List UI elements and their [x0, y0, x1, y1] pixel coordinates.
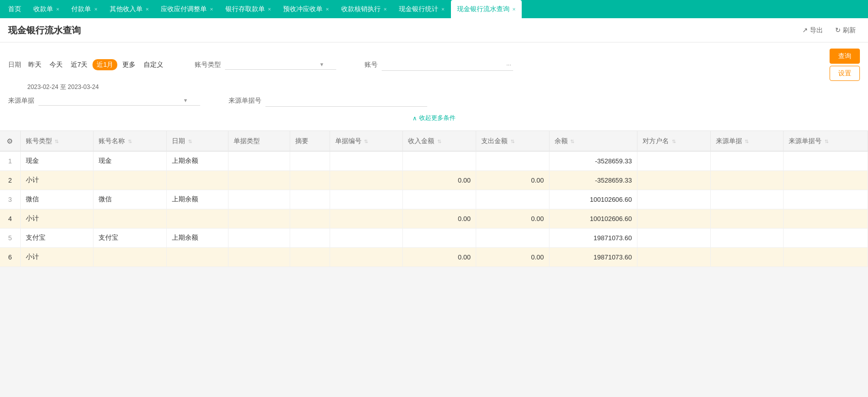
query-button[interactable]: 查询 — [830, 49, 860, 64]
data-table: ⚙ 账号类型 ⇅ 账号名称 ⇅ 日期 ⇅ 单据类型 摘要 单据编号 — [0, 131, 868, 267]
close-icon[interactable]: × — [384, 0, 387, 18]
table-header-row: ⚙ 账号类型 ⇅ 账号名称 ⇅ 日期 ⇅ 单据类型 摘要 单据编号 — [0, 131, 868, 151]
cell-counterpart — [637, 228, 710, 247]
sort-icon[interactable]: ⇅ — [128, 139, 132, 144]
account-type-select[interactable]: ▼ — [225, 60, 336, 70]
cell-source-doc-no — [784, 209, 868, 228]
close-icon[interactable]: × — [146, 0, 149, 18]
source-doc-filter: 来源单据 ▼ — [8, 96, 200, 106]
nav-home[interactable]: 首页 — [2, 0, 27, 18]
cell-account-type: 小计 — [20, 247, 94, 267]
date-opt-today[interactable]: 今天 — [47, 59, 66, 70]
nav-advance[interactable]: 预收冲应收单 × — [277, 0, 335, 18]
account-more-icon[interactable]: ··· — [506, 61, 511, 68]
source-doc-no-input[interactable] — [267, 97, 425, 104]
row-number: 4 — [0, 209, 20, 228]
close-icon[interactable]: × — [268, 0, 271, 18]
cell-doc-type — [229, 209, 290, 228]
close-icon[interactable]: × — [513, 0, 516, 18]
col-gear[interactable]: ⚙ — [0, 131, 20, 151]
export-button[interactable]: ↗ 导出 — [798, 24, 827, 37]
cell-account-name — [94, 170, 167, 190]
cell-source-doc — [710, 209, 784, 228]
date-opt-1month[interactable]: 近1月 — [93, 59, 117, 70]
table-row[interactable]: 4小计0.000.00100102606.60 — [0, 209, 868, 228]
date-label: 日期 — [8, 60, 21, 69]
cell-account-name: 微信 — [94, 190, 167, 209]
sort-icon[interactable]: ⇅ — [825, 139, 829, 144]
cell-expense: 0.00 — [476, 170, 550, 190]
close-icon[interactable]: × — [441, 0, 444, 18]
chevron-down-icon: ▼ — [319, 62, 325, 67]
date-opt-yesterday[interactable]: 昨天 — [25, 59, 44, 70]
collapse-bar[interactable]: ∧ 收起更多条件 — [8, 112, 860, 124]
table-row[interactable]: 5支付宝支付宝上期余额19871073.60 — [0, 228, 868, 247]
cell-doc-type — [229, 151, 290, 170]
sort-icon[interactable]: ⇅ — [364, 139, 368, 144]
table-row[interactable]: 3微信微信上期余额100102606.60 — [0, 190, 868, 209]
nav-bank-deposit[interactable]: 银行存取款单 × — [219, 0, 277, 18]
sort-icon[interactable]: ⇅ — [511, 139, 515, 144]
cell-income: 0.00 — [403, 247, 476, 267]
account-type-label: 账号类型 — [195, 60, 221, 69]
cell-counterpart — [637, 209, 710, 228]
row-number: 6 — [0, 247, 20, 267]
cell-balance: 100102606.60 — [549, 209, 637, 228]
cell-balance: 19871073.60 — [549, 247, 637, 267]
table-row[interactable]: 1现金现金上期余额-3528659.33 — [0, 151, 868, 170]
date-opt-7days[interactable]: 近7天 — [68, 59, 90, 70]
row-number: 5 — [0, 228, 20, 247]
settings-button[interactable]: 设置 — [830, 66, 860, 81]
cell-doc-no — [330, 247, 403, 267]
nav-payment[interactable]: 付款单 × — [65, 0, 103, 18]
cell-counterpart — [637, 247, 710, 267]
account-label: 账号 — [364, 60, 378, 69]
page-header: 现金银行流水查询 ↗ 导出 ↻ 刷新 — [0, 18, 868, 42]
sort-icon[interactable]: ⇅ — [745, 139, 749, 144]
sort-icon[interactable]: ⇅ — [188, 139, 192, 144]
table-row[interactable]: 6小计0.000.0019871073.60 — [0, 247, 868, 267]
close-icon[interactable]: × — [94, 0, 97, 18]
cell-date — [167, 247, 229, 267]
cell-summary — [290, 247, 330, 267]
row-number: 2 — [0, 170, 20, 190]
nav-statistics[interactable]: 现金银行统计 × — [393, 0, 450, 18]
nav-flow-query[interactable]: 现金银行流水查询 × — [451, 0, 522, 18]
source-doc-select[interactable]: ▼ — [38, 96, 200, 106]
date-opt-more[interactable]: 更多 — [119, 59, 139, 70]
cell-doc-type — [229, 247, 290, 267]
nav-verification[interactable]: 收款核销执行 × — [335, 0, 393, 18]
cell-account-name: 现金 — [94, 151, 167, 170]
sort-icon[interactable]: ⇅ — [672, 139, 676, 144]
cell-date: 上期余额 — [167, 228, 229, 247]
cell-doc-no — [330, 170, 403, 190]
gear-icon[interactable]: ⚙ — [7, 137, 13, 145]
sort-icon[interactable]: ⇅ — [55, 139, 59, 144]
col-expense: 支出金额 ⇅ — [476, 131, 550, 151]
cell-summary — [290, 190, 330, 209]
cell-doc-type — [229, 190, 290, 209]
refresh-button[interactable]: ↻ 刷新 — [831, 24, 860, 37]
account-input[interactable] — [384, 61, 506, 68]
cell-source-doc — [710, 151, 784, 170]
cell-income — [403, 151, 476, 170]
cell-doc-no — [330, 209, 403, 228]
cell-income: 0.00 — [403, 170, 476, 190]
nav-receipt[interactable]: 收款单 × — [27, 0, 65, 18]
cell-source-doc — [710, 170, 784, 190]
nav-adjustment[interactable]: 应收应付调整单 × — [155, 0, 219, 18]
cell-summary — [290, 151, 330, 170]
nav-other-income[interactable]: 其他收入单 × — [104, 0, 155, 18]
close-icon[interactable]: × — [210, 0, 213, 18]
col-source-doc-no: 来源单据号 ⇅ — [784, 131, 868, 151]
close-icon[interactable]: × — [56, 0, 59, 18]
close-icon[interactable]: × — [326, 0, 329, 18]
cell-date — [167, 170, 229, 190]
sort-icon[interactable]: ⇅ — [437, 139, 441, 144]
account-filter: 账号 ··· — [364, 59, 513, 71]
col-summary: 摘要 — [290, 131, 330, 151]
cell-counterpart — [637, 190, 710, 209]
table-row[interactable]: 2小计0.000.00-3528659.33 — [0, 170, 868, 190]
sort-icon[interactable]: ⇅ — [570, 139, 574, 144]
date-opt-custom[interactable]: 自定义 — [141, 59, 166, 70]
